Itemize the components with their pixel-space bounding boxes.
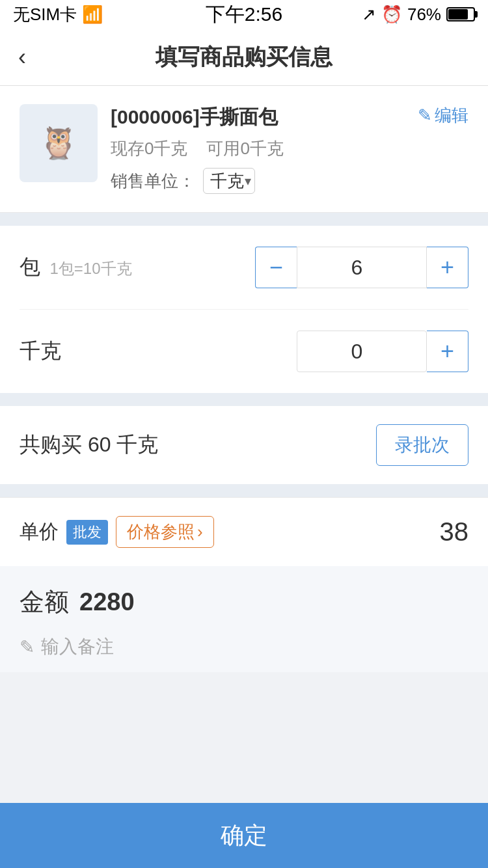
wifi-icon: 📶 (82, 5, 103, 25)
price-label: 单价 (20, 519, 59, 545)
pack-quantity-control: − + (255, 247, 468, 288)
pack-quantity-input[interactable] (297, 247, 427, 288)
status-right: ↗ ⏰ 76% (362, 5, 475, 25)
edit-label: 编辑 (435, 104, 468, 127)
product-thumbnail: 🦉 (20, 104, 98, 182)
product-thumb-icon: 🦉 (39, 125, 78, 161)
unit-select[interactable]: 千克 (203, 168, 255, 194)
pack-hint: 1包=10千克 (49, 260, 131, 277)
status-time: 下午2:56 (206, 1, 282, 28)
edit-pencil-icon: ✎ (418, 105, 432, 126)
available-label: 可用0千克 (206, 139, 283, 158)
status-bar: 无SIM卡 📶 下午2:56 ↗ ⏰ 76% (0, 0, 488, 29)
amount-row: 金额 2280 (20, 586, 468, 619)
product-stock: 现存0千克 可用0千克 (111, 137, 468, 160)
amount-label: 金额 (20, 586, 69, 619)
nav-bar: ‹ 填写商品购买信息 (0, 29, 488, 86)
kg-quantity-row: 千克 + (20, 310, 468, 393)
pack-label: 包 (20, 255, 40, 278)
price-batch-tag: 批发 (66, 520, 108, 545)
remark-placeholder: 输入备注 (41, 634, 114, 659)
page-title: 填写商品购买信息 (156, 42, 332, 72)
kg-label-group: 千克 (20, 337, 61, 366)
product-info: [0000006]手撕面包 现存0千克 可用0千克 销售单位： 千克 (111, 104, 468, 194)
price-value: 38 (440, 517, 469, 547)
price-ref-label: 价格参照 (127, 521, 195, 543)
summary-text: 共购买 60 千克 (20, 431, 158, 459)
price-section: 单价 批发 价格参照 › 38 (0, 497, 488, 566)
stock-label: 现存0千克 (111, 139, 187, 158)
battery-label: 76% (407, 5, 441, 25)
kg-quantity-input[interactable] (297, 331, 427, 372)
quantity-section: 包 1包=10千克 − + 千克 + (0, 226, 488, 393)
kg-plus-button[interactable]: + (427, 331, 468, 372)
price-left: 单价 批发 价格参照 › (20, 516, 214, 548)
pack-minus-button[interactable]: − (255, 247, 297, 288)
unit-prefix-label: 销售单位： (111, 170, 195, 193)
amount-section: 金额 2280 ✎ 输入备注 (0, 566, 488, 672)
location-icon: ↗ (362, 5, 376, 25)
confirm-button[interactable]: 确定 (0, 803, 488, 868)
kg-label: 千克 (20, 339, 61, 362)
battery-icon (446, 7, 475, 21)
remark-pencil-icon: ✎ (20, 636, 34, 658)
product-name: [0000006]手撕面包 (111, 104, 468, 131)
price-ref-arrow: › (197, 522, 203, 542)
price-ref-button[interactable]: 价格参照 › (116, 516, 214, 548)
alarm-icon: ⏰ (381, 5, 402, 25)
summary-section: 共购买 60 千克 录批次 (0, 406, 488, 484)
edit-button[interactable]: ✎ 编辑 (418, 104, 468, 127)
pack-quantity-row: 包 1包=10千克 − + (20, 226, 468, 310)
pack-plus-button[interactable]: + (427, 247, 468, 288)
unit-select-wrapper[interactable]: 千克 (203, 168, 255, 194)
kg-quantity-control: + (297, 331, 468, 372)
amount-value: 2280 (79, 588, 135, 616)
pack-label-group: 包 1包=10千克 (20, 253, 132, 282)
back-button[interactable]: ‹ (18, 44, 26, 71)
section-divider-2 (0, 393, 488, 406)
remark-row[interactable]: ✎ 输入备注 (20, 634, 468, 672)
product-card: 🦉 [0000006]手撕面包 现存0千克 可用0千克 销售单位： 千克 ✎ 编… (0, 86, 488, 213)
product-unit-row: 销售单位： 千克 (111, 168, 468, 194)
batch-button[interactable]: 录批次 (376, 424, 468, 466)
status-left: 无SIM卡 📶 (13, 3, 103, 26)
carrier-label: 无SIM卡 (13, 3, 77, 26)
section-divider-1 (0, 213, 488, 226)
section-divider-3 (0, 484, 488, 497)
